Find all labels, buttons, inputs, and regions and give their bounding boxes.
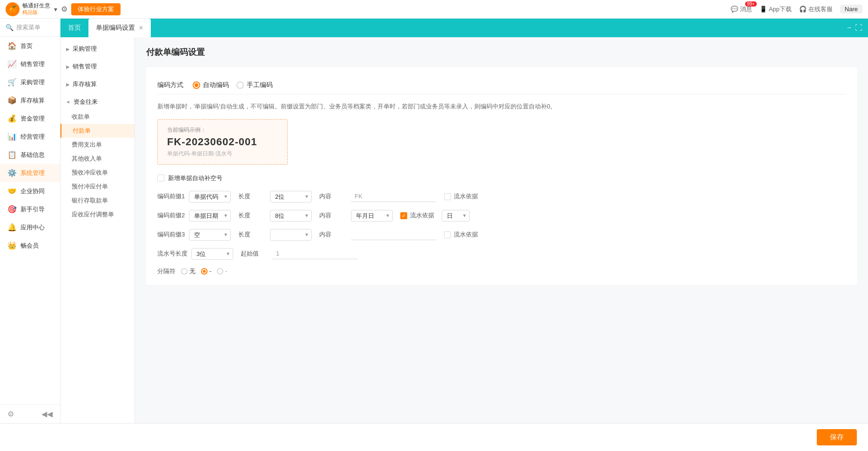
submenu-label-inventory: 库存核算 <box>73 80 97 88</box>
sidebar-label-appcenter: 应用中心 <box>20 223 45 232</box>
appcenter-icon: 🔔 <box>7 223 17 232</box>
collapse-icon[interactable]: ◀◀ <box>41 410 53 418</box>
prefix1-content-input[interactable] <box>351 191 437 202</box>
settings-icon[interactable]: ⚙ <box>61 5 67 13</box>
prefix2-stream-cb: ✓ 流水依据 <box>400 211 434 220</box>
prefix2-length-select[interactable]: 8位 <box>270 210 312 222</box>
submenu-title-purchase[interactable]: ▶ 采购管理 <box>61 41 135 57</box>
bottom-bar: 保存 <box>0 423 868 451</box>
submenu-title-inventory[interactable]: ▶ 库存核算 <box>61 76 135 92</box>
prefix1-stream-checkbox[interactable] <box>444 193 451 200</box>
sidebar-label-member: 畅会员 <box>20 242 39 250</box>
sep-dot-dot <box>201 268 208 275</box>
mobile-icon: 📱 <box>760 6 767 13</box>
prefix1-stream-cb: 流水依据 <box>444 192 478 201</box>
sep-dot-radio[interactable]: - <box>201 268 211 275</box>
submenu-child-receipt[interactable]: 收款单 <box>61 110 135 124</box>
submenu-child-arapp-adjust[interactable]: 应收应付调整单 <box>61 208 135 222</box>
sidebar-item-home[interactable]: 🏠 首页 <box>0 37 60 55</box>
search-label: 搜索菜单 <box>16 23 40 32</box>
prefix1-length-select-wrap: 2位 <box>270 191 312 202</box>
submenu-group-inventory: ▶ 库存核算 <box>61 76 135 92</box>
settings-bottom-icon[interactable]: ⚙ <box>7 410 14 418</box>
prefix3-stream-checkbox[interactable] <box>444 231 451 238</box>
sidebar-item-purchase[interactable]: 🛒 采购管理 <box>0 73 60 91</box>
prefix3-stream-label: 流水依据 <box>454 230 478 239</box>
prefix3-length-select-wrap <box>270 229 312 241</box>
sidebar-item-operation[interactable]: 📊 经营管理 <box>0 128 60 146</box>
logo-icon: 🍊 <box>6 2 20 16</box>
submenu-child-prepay-ar[interactable]: 预收冲应收单 <box>61 166 135 180</box>
prefix2-stream-checkbox[interactable]: ✓ <box>400 212 407 219</box>
submenu-arrow-purchase: ▶ <box>66 47 70 52</box>
sidebar-item-system[interactable]: ⚙️ 系统管理 <box>0 164 60 182</box>
submenu-child-payment[interactable]: 付款单 <box>61 124 135 138</box>
sep-dash-label: · <box>225 268 227 275</box>
submenu-title-sales[interactable]: ▶ 销售管理 <box>61 59 135 74</box>
page-title: 付款单编码设置 <box>146 47 857 58</box>
submenu-group-capital: ▼ 资金往来 收款单 付款单 费用支出单 其他收入单 预收冲应收单 预付冲应付单… <box>61 94 135 222</box>
prefix3-select[interactable]: 空 <box>189 229 231 241</box>
prefix1-length-select[interactable]: 2位 <box>270 191 312 202</box>
prefix3-length-select[interactable] <box>270 229 312 241</box>
start-val-label: 起始值 <box>241 249 269 258</box>
tab-close-icon[interactable]: ✕ <box>139 25 143 31</box>
prefix3-content-input[interactable] <box>351 229 437 240</box>
sep-dash-dot <box>217 268 223 275</box>
prefix2-select[interactable]: 单据日期 <box>189 210 231 222</box>
trial-button[interactable]: 体验行业方案 <box>71 3 121 15</box>
sidebar-item-finance[interactable]: 💰 资金管理 <box>0 109 60 128</box>
submenu-label-sales: 销售管理 <box>73 62 97 71</box>
submenu-child-other-income[interactable]: 其他收入单 <box>61 152 135 166</box>
guide-icon: 🎯 <box>7 205 17 214</box>
save-button[interactable]: 保存 <box>817 429 857 445</box>
tab-minimize-button[interactable]: − <box>847 24 851 32</box>
auto-fill-checkbox[interactable] <box>157 175 164 182</box>
prefix1-select[interactable]: 单据代码 <box>189 191 231 202</box>
main-layout: 🔍 搜索菜单 🏠 首页 📈 销售管理 🛒 采购管理 📦 库存核算 💰 <box>0 19 868 423</box>
encoding-method-row: 编码方式 自动编码 手工编码 <box>157 76 846 94</box>
auto-encode-radio[interactable]: 自动编码 <box>193 81 229 89</box>
submenu-title-capital[interactable]: ▼ 资金往来 <box>61 94 135 110</box>
sep-dash-radio[interactable]: · <box>217 268 227 275</box>
submenu-group-sales: ▶ 销售管理 <box>61 59 135 74</box>
message-button[interactable]: 💬 消息 99+ <box>731 5 752 13</box>
prefix2-content-select[interactable]: 年月日 <box>351 210 393 222</box>
sidebar-label-sales: 销售管理 <box>20 60 45 68</box>
stream-length-select[interactable]: 3位 <box>191 248 233 260</box>
sidebar-item-appcenter[interactable]: 🔔 应用中心 <box>0 218 60 236</box>
prefix1-length-field: 长度 2位 <box>238 191 312 202</box>
top-bar-right: 💬 消息 99+ 📱 App下载 🎧 在线客服 Nare <box>731 5 862 13</box>
submenu-child-expense[interactable]: 费用支出单 <box>61 138 135 152</box>
auto-fill-row: 新增单据自动补空号 <box>157 174 846 182</box>
sidebar-item-basic[interactable]: 📋 基础信息 <box>0 146 60 164</box>
main-panel: 付款单编码设置 编码方式 自动编码 <box>135 37 868 423</box>
prefix3-field: 编码前缀3 空 <box>157 229 231 241</box>
start-val-input[interactable] <box>272 248 358 259</box>
app-download-button[interactable]: 📱 App下载 <box>760 5 792 13</box>
search-icon: 🔍 <box>6 24 13 31</box>
tab-encoding-settings[interactable]: 单据编码设置 ✕ <box>88 19 151 37</box>
logo: 🍊 畅通好生意 精品版 <box>6 2 50 16</box>
sidebar-item-inventory[interactable]: 📦 库存核算 <box>0 91 60 109</box>
tab-maximize-button[interactable]: ⛶ <box>855 24 862 32</box>
tab-bar: 首页 单据编码设置 ✕ − ⛶ <box>61 19 868 37</box>
tab-home[interactable]: 首页 <box>61 19 88 37</box>
search-menu[interactable]: 🔍 搜索菜单 <box>0 19 60 37</box>
sidebar-item-enterprise[interactable]: 🤝 企业协同 <box>0 182 60 200</box>
manual-encode-radio[interactable]: 手工编码 <box>236 81 273 89</box>
submenu-child-prepay-ap[interactable]: 预付冲应付单 <box>61 180 135 194</box>
submenu-child-bank[interactable]: 银行存取款单 <box>61 194 135 208</box>
online-service-button[interactable]: 🎧 在线客服 <box>799 5 833 13</box>
sidebar-label-home: 首页 <box>20 42 33 50</box>
content-area: 首页 单据编码设置 ✕ − ⛶ ▶ 采购管理 <box>61 19 868 423</box>
prefix3-content-label: 内容 <box>319 230 347 239</box>
sidebar-item-member[interactable]: 👑 畅会员 <box>0 236 60 255</box>
user-info[interactable]: Nare <box>840 5 862 13</box>
day-select[interactable]: 日 <box>442 210 470 222</box>
encoding-radio-group: 自动编码 手工编码 <box>193 81 273 89</box>
sidebar-item-sales[interactable]: 📈 销售管理 <box>0 55 60 73</box>
sidebar-item-guide[interactable]: 🎯 新手引导 <box>0 200 60 218</box>
expand-button[interactable]: ▾ <box>54 6 57 13</box>
sep-none-radio[interactable]: 无 <box>181 267 195 276</box>
